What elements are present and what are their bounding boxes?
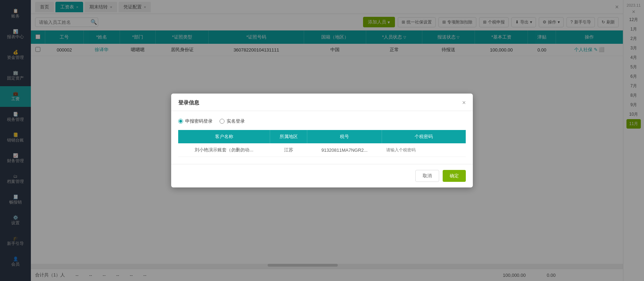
dialog-footer: 取消 确定 <box>171 164 473 187</box>
dialog-row-name: 刘小艳演示账套（勿删勿动... <box>178 143 270 157</box>
dialog-col-name: 客户名称 <box>178 130 270 143</box>
cancel-button[interactable]: 取消 <box>415 170 439 182</box>
dialog-body: 申报密码登录 实名登录 客户名称 所属地区 税号 个税密码 <box>171 111 473 164</box>
dialog-overlay: 登录信息 × 申报密码登录 实名登录 客户名称 所属地区 <box>0 0 644 281</box>
dialog-row-tax-id: 91320811MA7NGR2... <box>307 143 382 157</box>
dialog-col-password: 个税密码 <box>382 130 466 143</box>
dialog-header: 登录信息 × <box>171 94 473 111</box>
dialog-close-btn[interactable]: × <box>462 99 466 107</box>
radio-password-input[interactable] <box>178 119 183 124</box>
radio-realname-input[interactable] <box>220 119 224 124</box>
password-input[interactable] <box>386 148 462 152</box>
radio-realname-login[interactable]: 实名登录 <box>220 118 245 124</box>
dialog-title: 登录信息 <box>178 100 199 106</box>
dialog-row-region: 江苏 <box>270 143 307 157</box>
dialog-row-password-input-cell[interactable] <box>382 143 466 157</box>
dialog-col-tax-id: 税号 <box>307 130 382 143</box>
login-type-radio-group: 申报密码登录 实名登录 <box>178 118 466 124</box>
login-dialog: 登录信息 × 申报密码登录 实名登录 客户名称 所属地区 <box>171 94 473 187</box>
dialog-table-row: 刘小艳演示账套（勿删勿动... 江苏 91320811MA7NGR2... <box>178 143 466 157</box>
dialog-col-region: 所属地区 <box>270 130 307 143</box>
confirm-button[interactable]: 确定 <box>443 170 466 182</box>
radio-password-login[interactable]: 申报密码登录 <box>178 118 213 124</box>
dialog-table: 客户名称 所属地区 税号 个税密码 刘小艳演示账套（勿删勿动... 江苏 913… <box>178 130 466 157</box>
